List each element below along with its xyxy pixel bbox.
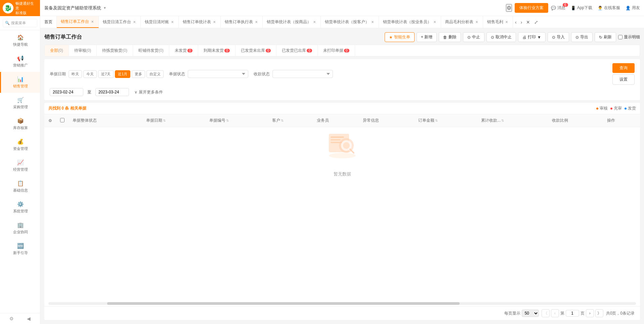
date-1month-btn[interactable]: 近1月 xyxy=(115,70,130,78)
tab-sales-exec[interactable]: 销售订单执行表 ✕ xyxy=(221,16,263,28)
tab-close-product-margin[interactable]: ✕ xyxy=(475,19,479,25)
payment-select[interactable] xyxy=(272,70,333,78)
online-service-button[interactable]: 👨‍💼 在线客服 xyxy=(598,5,620,11)
sidebar-item-system[interactable]: ⚙️ 系统管理 xyxy=(0,197,40,218)
tab-close-cash-clearing[interactable]: ✕ xyxy=(132,19,136,25)
add-button[interactable]: + 新增 xyxy=(417,32,437,42)
date-to-input[interactable] xyxy=(95,88,129,96)
th-collected[interactable]: 累计收款... ⇅ xyxy=(477,114,548,127)
tab-sales-stat-product[interactable]: 销货单统计表（按商品） ✕ xyxy=(263,16,321,28)
suspend-button[interactable]: ⊙ 中止 xyxy=(463,32,484,42)
setting-button[interactable]: 设置 xyxy=(612,74,635,85)
sidebar-item-guide[interactable]: 🆕 新手引导 xyxy=(0,239,40,259)
sidebar-item-marketing[interactable]: 📢 营销推广 xyxy=(0,51,40,72)
sidebar-item-inventory[interactable]: 📦 库存核算 xyxy=(0,114,40,134)
th-date[interactable]: 单据日期 ⇅ xyxy=(142,114,205,127)
show-detail-toggle[interactable]: 显示明细 xyxy=(618,34,640,40)
tabbar-maximize-button[interactable]: ⤢ xyxy=(532,16,540,28)
status-select[interactable] xyxy=(188,70,248,78)
app-download-button[interactable]: 📱 App下载 xyxy=(571,5,592,11)
tab-cash-reconcile[interactable]: 钱货日清对账 ✕ xyxy=(141,16,179,28)
cancel-suspend-button[interactable]: ⊙ 取消中止 xyxy=(486,32,516,42)
message-icon: 💬 xyxy=(551,6,556,10)
sidebar-item-operations[interactable]: 📈 经营管理 xyxy=(0,155,40,176)
filter-tab-pending-review[interactable]: 待审核(0) xyxy=(69,45,97,56)
smart-order-button[interactable]: ★ 智能生单 xyxy=(385,32,415,42)
topbar-settings-button[interactable]: ⚙ xyxy=(506,4,512,12)
tab-sales-stat[interactable]: 销售订单统计表 ✕ xyxy=(179,16,221,28)
tab-close-sales-stat-staff[interactable]: ✕ xyxy=(433,19,437,25)
app-icon: 📱 xyxy=(571,6,576,10)
filter-tab-wangpu[interactable]: 旺铺待发货(0) xyxy=(133,45,169,56)
sidebar-item-purchase[interactable]: 🛒 采购管理 xyxy=(0,93,40,114)
date-custom-btn[interactable]: 自定义 xyxy=(146,70,164,78)
expand-conditions-button[interactable]: ∨ 展开更多条件 xyxy=(134,89,163,95)
filter-tab-shipped-out[interactable]: 已发货已出库0 xyxy=(276,45,318,56)
tab-close-sales-stat[interactable]: ✕ xyxy=(212,19,216,25)
tab-close-sales-profit[interactable]: ✕ xyxy=(505,19,509,25)
tab-product-margin[interactable]: 商品毛利分析表 ✕ xyxy=(441,16,483,28)
next-page-button[interactable]: › xyxy=(586,309,594,317)
th-customer[interactable]: 客户 ⇅ xyxy=(268,114,313,127)
table-actions: 审核 充审 发货 xyxy=(596,106,636,111)
search-menu-button[interactable]: 🔍 搜索菜单 xyxy=(3,19,37,27)
review-action-button[interactable]: 审核 xyxy=(596,106,608,111)
query-button[interactable]: 查询 xyxy=(612,63,635,73)
date-7days-btn[interactable]: 近7天 xyxy=(98,70,114,78)
filter-tab-pending-inspect[interactable]: 待拣货验货(0) xyxy=(97,45,133,56)
sidebar-item-sales[interactable]: 📊 销售管理 xyxy=(0,72,40,93)
message-button[interactable]: 💬 消息 6 xyxy=(551,5,565,11)
date-today-btn[interactable]: 今天 xyxy=(83,70,97,78)
tab-close-sales-stat-customer[interactable]: ✕ xyxy=(371,19,375,25)
operations-icon: 📈 xyxy=(17,159,24,166)
sidebar-item-basic[interactable]: 📋 基础信息 xyxy=(0,176,40,197)
horizontal-scrollbar[interactable] xyxy=(48,302,636,305)
date-from-input[interactable] xyxy=(50,88,83,96)
experience-button[interactable]: 体验行业方案 xyxy=(515,3,548,13)
sidebar-item-nav[interactable]: 🏠 快捷导航 xyxy=(0,30,40,51)
filter-tab-all[interactable]: 全部(0) xyxy=(45,45,69,56)
tab-close-sales-stat-product[interactable]: ✕ xyxy=(312,19,316,25)
date-yesterday-btn[interactable]: 昨天 xyxy=(69,70,82,78)
sidebar-item-finance[interactable]: 💰 资金管理 xyxy=(0,134,40,155)
scrollbar-thumb[interactable] xyxy=(107,302,460,305)
filter-tab-overdue-not-shipped[interactable]: 到期未发货0 xyxy=(198,45,235,56)
tab-sales-stat-customer[interactable]: 销货单统计表（按客户） ✕ xyxy=(321,16,379,28)
tabbar-next-button[interactable]: › xyxy=(519,16,524,28)
tab-close-sales-exec[interactable]: ✕ xyxy=(254,19,258,25)
date-more-btn[interactable]: 更多 xyxy=(132,70,145,78)
tabbar-close-all-button[interactable]: ✕ xyxy=(524,16,532,28)
select-all-checkbox[interactable] xyxy=(60,118,65,122)
th-amount[interactable]: 订单金额 ⇅ xyxy=(414,114,477,127)
cancel-review-action-button[interactable]: 充审 xyxy=(610,106,622,111)
collapse-button[interactable]: ◀ xyxy=(27,316,31,321)
tab-cash-clearing[interactable]: 钱货日清工作台 ✕ xyxy=(99,16,141,28)
import-button[interactable]: ⊙ 导入 xyxy=(548,32,569,42)
tab-close-sales-workbench[interactable]: ✕ xyxy=(90,19,94,24)
refresh-button[interactable]: ↻ 刷新 xyxy=(595,32,616,42)
tab-home[interactable]: 首页 xyxy=(40,16,57,28)
tab-sales-workbench[interactable]: 销售订单工作台 ✕ xyxy=(57,16,99,28)
sidebar-item-corp[interactable]: 🏢 企业协同 xyxy=(0,218,40,239)
first-page-button[interactable]: 《 xyxy=(542,309,550,317)
prev-page-button[interactable]: ‹ xyxy=(551,309,559,317)
user-button[interactable]: 👤 用友 xyxy=(626,5,640,11)
filter-tab-not-printed[interactable]: 未打印单据0 xyxy=(318,45,355,56)
page-number-input[interactable] xyxy=(566,310,579,317)
filter-tab-shipped-not-out[interactable]: 已发货未出库0 xyxy=(235,45,277,56)
show-detail-checkbox[interactable] xyxy=(618,35,622,39)
th-number[interactable]: 单据编号 ⇅ xyxy=(205,114,268,127)
delete-button[interactable]: 🗑 删除 xyxy=(439,32,461,42)
print-button[interactable]: 🖨 打印 ▼ xyxy=(518,32,546,42)
tab-close-cash-reconcile[interactable]: ✕ xyxy=(170,19,174,25)
filter-tab-not-shipped[interactable]: 未发货0 xyxy=(169,45,199,56)
column-settings-icon[interactable]: ⚙ xyxy=(48,118,52,123)
export-button[interactable]: ⊙ 导出 xyxy=(571,32,593,42)
tabbar-prev-button[interactable]: ‹ xyxy=(513,16,519,28)
tab-sales-profit[interactable]: 销售毛利 ✕ xyxy=(483,16,513,28)
page-size-select[interactable]: 50 10 20 100 xyxy=(522,310,539,317)
tab-sales-stat-staff[interactable]: 销货单统计表（按业务员） ✕ xyxy=(379,16,441,28)
last-page-button[interactable]: 》 xyxy=(595,309,603,317)
ship-action-button[interactable]: 发货 xyxy=(625,106,636,111)
settings-bottom-button[interactable]: ⚙ xyxy=(9,316,14,321)
